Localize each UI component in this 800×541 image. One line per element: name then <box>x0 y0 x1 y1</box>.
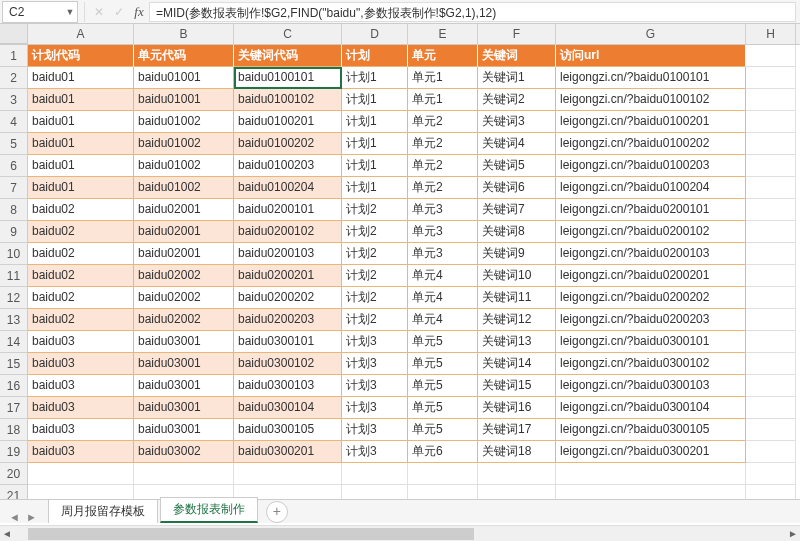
cell[interactable]: baidu02001 <box>134 243 234 265</box>
row-header[interactable]: 8 <box>0 199 28 221</box>
cell[interactable]: baidu0300103 <box>234 375 342 397</box>
cell[interactable]: 关键词10 <box>478 265 556 287</box>
select-all-corner[interactable] <box>0 24 28 44</box>
cell[interactable]: baidu01001 <box>134 89 234 111</box>
header-cell[interactable]: 单元 <box>408 45 478 67</box>
cell[interactable]: 单元2 <box>408 111 478 133</box>
cell[interactable]: baidu03 <box>28 397 134 419</box>
cell[interactable]: 计划3 <box>342 441 408 463</box>
cell[interactable]: 单元3 <box>408 199 478 221</box>
cell[interactable] <box>746 441 796 463</box>
cell[interactable]: leigongzi.cn/?baidu0200202 <box>556 287 746 309</box>
cell[interactable] <box>556 463 746 485</box>
cell[interactable]: baidu03001 <box>134 331 234 353</box>
row-header[interactable]: 10 <box>0 243 28 265</box>
cell[interactable]: 单元5 <box>408 375 478 397</box>
cell[interactable]: 单元1 <box>408 89 478 111</box>
cell[interactable]: 单元3 <box>408 243 478 265</box>
cell[interactable]: 计划3 <box>342 331 408 353</box>
cell[interactable]: baidu02 <box>28 199 134 221</box>
cell[interactable]: 关键词14 <box>478 353 556 375</box>
cell[interactable]: baidu03 <box>28 375 134 397</box>
cell[interactable]: 关键词6 <box>478 177 556 199</box>
cell[interactable]: baidu0300101 <box>234 331 342 353</box>
cell[interactable]: baidu0200102 <box>234 221 342 243</box>
column-header-C[interactable]: C <box>234 24 342 44</box>
cell[interactable]: baidu02 <box>28 265 134 287</box>
cell[interactable]: baidu02002 <box>134 287 234 309</box>
column-header-A[interactable]: A <box>28 24 134 44</box>
cell[interactable] <box>746 243 796 265</box>
cell[interactable]: baidu01 <box>28 133 134 155</box>
cell[interactable]: baidu0100204 <box>234 177 342 199</box>
cell[interactable]: 单元5 <box>408 353 478 375</box>
row-header[interactable]: 7 <box>0 177 28 199</box>
row-header[interactable]: 17 <box>0 397 28 419</box>
cell[interactable]: 计划3 <box>342 375 408 397</box>
cell[interactable] <box>746 111 796 133</box>
cell[interactable]: baidu0300105 <box>234 419 342 441</box>
cell[interactable]: 单元4 <box>408 287 478 309</box>
cell[interactable]: 单元4 <box>408 265 478 287</box>
cell[interactable]: 计划1 <box>342 111 408 133</box>
cell[interactable]: baidu02 <box>28 221 134 243</box>
cell[interactable]: baidu03001 <box>134 375 234 397</box>
cell[interactable]: 计划1 <box>342 67 408 89</box>
cell[interactable]: baidu01 <box>28 155 134 177</box>
cell[interactable]: baidu0200101 <box>234 199 342 221</box>
formula-input[interactable]: =MID(参数报表制作!$G2,FIND("baidu",参数报表制作!$G2,… <box>149 2 796 22</box>
cell[interactable] <box>746 177 796 199</box>
row-header[interactable]: 5 <box>0 133 28 155</box>
cell[interactable] <box>746 67 796 89</box>
cell[interactable] <box>746 463 796 485</box>
column-header-G[interactable]: G <box>556 24 746 44</box>
cell[interactable]: 关键词1 <box>478 67 556 89</box>
cell[interactable]: leigongzi.cn/?baidu0200203 <box>556 309 746 331</box>
cell[interactable]: leigongzi.cn/?baidu0300104 <box>556 397 746 419</box>
header-cell[interactable] <box>746 45 796 67</box>
scroll-left-icon[interactable]: ◄ <box>0 528 14 539</box>
cell[interactable]: 计划3 <box>342 397 408 419</box>
column-header-F[interactable]: F <box>478 24 556 44</box>
cell[interactable]: 关键词9 <box>478 243 556 265</box>
cell[interactable]: leigongzi.cn/?baidu0200102 <box>556 221 746 243</box>
cell[interactable]: baidu03 <box>28 331 134 353</box>
cell[interactable]: leigongzi.cn/?baidu0300105 <box>556 419 746 441</box>
row-header[interactable]: 9 <box>0 221 28 243</box>
cell[interactable] <box>746 397 796 419</box>
cell[interactable]: baidu01 <box>28 67 134 89</box>
confirm-icon[interactable]: ✓ <box>109 5 129 19</box>
cell[interactable]: leigongzi.cn/?baidu0200101 <box>556 199 746 221</box>
cell[interactable] <box>746 419 796 441</box>
cell[interactable]: 关键词11 <box>478 287 556 309</box>
cell[interactable]: 单元5 <box>408 419 478 441</box>
cell[interactable]: 单元2 <box>408 155 478 177</box>
name-box[interactable]: C2 ▼ <box>2 1 78 23</box>
cell[interactable]: 关键词12 <box>478 309 556 331</box>
cell[interactable]: baidu03001 <box>134 419 234 441</box>
cell[interactable] <box>746 89 796 111</box>
header-cell[interactable]: 关键词 <box>478 45 556 67</box>
row-header[interactable]: 1 <box>0 45 28 67</box>
cell[interactable]: baidu01002 <box>134 155 234 177</box>
cancel-icon[interactable]: ✕ <box>89 5 109 19</box>
cell[interactable] <box>746 199 796 221</box>
cell[interactable]: baidu0300201 <box>234 441 342 463</box>
cell[interactable]: 计划1 <box>342 155 408 177</box>
cell[interactable]: 关键词3 <box>478 111 556 133</box>
cell[interactable]: 计划3 <box>342 419 408 441</box>
cell[interactable]: 计划3 <box>342 353 408 375</box>
cell[interactable]: baidu03002 <box>134 441 234 463</box>
column-header-H[interactable]: H <box>746 24 796 44</box>
cell[interactable] <box>746 375 796 397</box>
cell[interactable]: baidu03 <box>28 441 134 463</box>
cell[interactable]: baidu02001 <box>134 199 234 221</box>
row-header[interactable]: 6 <box>0 155 28 177</box>
cell[interactable]: baidu0200103 <box>234 243 342 265</box>
cell[interactable]: baidu0100201 <box>234 111 342 133</box>
cell[interactable] <box>746 265 796 287</box>
cell[interactable]: 计划2 <box>342 309 408 331</box>
column-header-D[interactable]: D <box>342 24 408 44</box>
cell[interactable]: 单元6 <box>408 441 478 463</box>
cell[interactable]: 关键词16 <box>478 397 556 419</box>
